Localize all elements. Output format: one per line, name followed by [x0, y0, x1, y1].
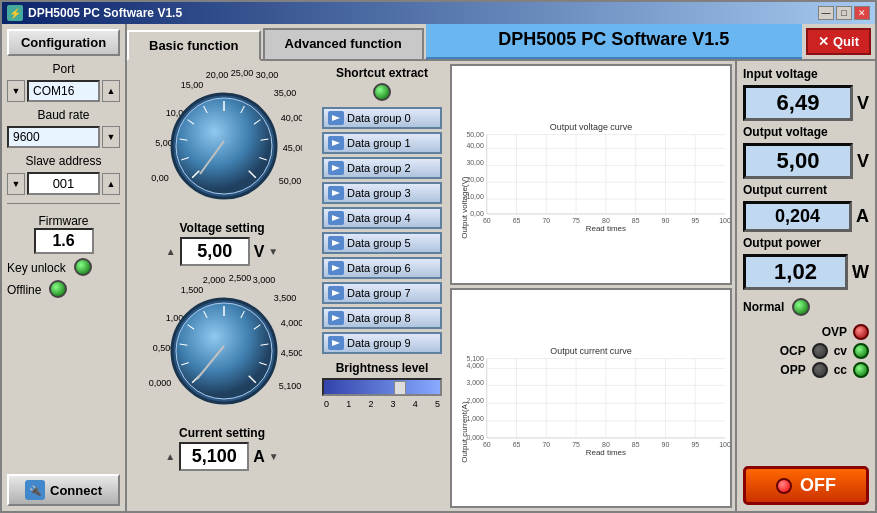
- firmware-value: 1.6: [34, 228, 94, 254]
- port-down-button[interactable]: ▼: [7, 80, 25, 102]
- svg-text:85: 85: [632, 440, 640, 447]
- slave-down-button[interactable]: ▼: [7, 173, 25, 195]
- baud-spin[interactable]: ▼: [102, 126, 120, 148]
- brightness-scale: 0 1 2 3 4 5: [322, 399, 442, 409]
- svg-text:65: 65: [513, 440, 521, 447]
- ocp-led: [812, 343, 828, 359]
- cc-led: [853, 362, 869, 378]
- shortcut-btn-9[interactable]: Data group 9: [322, 332, 442, 354]
- voltage-knob-container: 20,00 25,00 30,00 15,00 35,00 10,00 40,0…: [142, 66, 302, 221]
- ovp-row: OVP: [743, 324, 869, 340]
- header-row: Basic function Advanced function DPH5005…: [127, 24, 875, 61]
- tab-advanced[interactable]: Advanced function: [263, 28, 424, 59]
- current-knob-svg: 2,000 2,500 3,000 1,500 3,500 1,000 4,00…: [142, 271, 302, 426]
- input-voltage-value: 6,49: [743, 85, 853, 121]
- svg-marker-53: [332, 190, 340, 196]
- maximize-button[interactable]: □: [836, 6, 852, 20]
- svg-text:0,00: 0,00: [151, 173, 169, 183]
- shortcut-btn-5[interactable]: Data group 5: [322, 232, 442, 254]
- svg-text:75: 75: [572, 217, 580, 224]
- svg-text:40,00: 40,00: [466, 142, 484, 149]
- brightness-section: Brightness level 0 1 2 3 4 5: [322, 361, 442, 409]
- voltage-value-display[interactable]: 5,00: [180, 237, 250, 266]
- configuration-button[interactable]: Configuration: [7, 29, 120, 56]
- svg-text:95: 95: [691, 217, 699, 224]
- port-up-button[interactable]: ▲: [102, 80, 120, 102]
- connect-button[interactable]: 🔌 Connect: [7, 474, 120, 506]
- svg-text:40,00: 40,00: [281, 113, 302, 123]
- svg-text:50,00: 50,00: [466, 131, 484, 138]
- shortcut-btn-1[interactable]: Data group 1: [322, 132, 442, 154]
- shortcut-label-4: Data group 4: [347, 212, 411, 224]
- shortcut-btn-6[interactable]: Data group 6: [322, 257, 442, 279]
- brightness-label: Brightness level: [322, 361, 442, 375]
- shortcut-btn-4[interactable]: Data group 4: [322, 207, 442, 229]
- right-panel: Input voltage 6,49 V Output voltage 5,00…: [735, 61, 875, 511]
- svg-marker-56: [332, 265, 340, 271]
- slave-label: Slave address: [7, 154, 120, 168]
- svg-text:95: 95: [691, 440, 699, 447]
- svg-text:0,000: 0,000: [149, 378, 172, 388]
- shortcut-btn-0[interactable]: Data group 0: [322, 107, 442, 129]
- slave-up-button[interactable]: ▲: [102, 173, 120, 195]
- shortcut-status-led: [373, 83, 391, 101]
- shortcut-btn-2[interactable]: Data group 2: [322, 157, 442, 179]
- voltage-chart: Output voltage curve Output voltage(V) 0…: [450, 64, 732, 285]
- output-current-unit: A: [856, 206, 869, 227]
- svg-marker-50: [332, 115, 340, 121]
- shortcut-icon-6: [328, 261, 344, 275]
- shortcut-icon-7: [328, 286, 344, 300]
- shortcut-icon-5: [328, 236, 344, 250]
- key-unlock-led: [74, 258, 92, 276]
- firmware-section: Firmware 1.6: [7, 212, 120, 254]
- ocp-row: OCP cv: [743, 343, 869, 359]
- left-panel: Configuration Port ▼ COM16 ▲ Baud rate 9…: [2, 24, 127, 511]
- shortcut-btn-7[interactable]: Data group 7: [322, 282, 442, 304]
- output-power-row: 1,02 W: [743, 254, 869, 290]
- svg-text:1,000: 1,000: [466, 415, 484, 422]
- svg-text:Output current(A): Output current(A): [460, 401, 469, 463]
- current-chart-svg: Output current curve Output current(A) 0…: [452, 290, 730, 507]
- port-label: Port: [7, 62, 120, 76]
- off-button[interactable]: OFF: [743, 466, 869, 505]
- shortcut-btn-8[interactable]: Data group 8: [322, 307, 442, 329]
- svg-marker-51: [332, 140, 340, 146]
- svg-text:0,000: 0,000: [466, 433, 484, 440]
- svg-marker-58: [332, 315, 340, 321]
- app-title: DPH5005 PC Software V1.5: [426, 24, 802, 59]
- normal-row: Normal: [743, 298, 869, 316]
- svg-text:70: 70: [542, 217, 550, 224]
- close-button[interactable]: ✕: [854, 6, 870, 20]
- svg-text:2,500: 2,500: [229, 273, 252, 283]
- brightness-slider[interactable]: [322, 378, 442, 396]
- baud-dropdown[interactable]: 9600: [7, 126, 100, 148]
- svg-rect-60: [452, 120, 730, 229]
- slave-row: ▼ 001 ▲: [7, 172, 120, 195]
- svg-text:Output current curve: Output current curve: [550, 345, 631, 355]
- svg-text:Output voltage(V): Output voltage(V): [460, 176, 469, 239]
- svg-marker-55: [332, 240, 340, 246]
- center-panel: Basic function Advanced function DPH5005…: [127, 24, 875, 511]
- firmware-label: Firmware: [39, 214, 89, 228]
- svg-text:90: 90: [662, 217, 670, 224]
- current-value-display[interactable]: 5,100: [179, 442, 249, 471]
- brightness-thumb[interactable]: [394, 381, 406, 395]
- slave-value: 001: [27, 172, 100, 195]
- output-power-label: Output power: [743, 236, 869, 250]
- svg-text:Output voltage curve: Output voltage curve: [550, 122, 632, 132]
- minimize-button[interactable]: —: [818, 6, 834, 20]
- output-voltage-value: 5,00: [743, 143, 853, 179]
- svg-marker-57: [332, 290, 340, 296]
- svg-text:2,000: 2,000: [466, 397, 484, 404]
- window-controls: — □ ✕: [818, 6, 870, 20]
- port-dropdown[interactable]: COM16: [27, 80, 100, 102]
- tab-basic[interactable]: Basic function: [127, 30, 261, 61]
- input-voltage-row: 6,49 V: [743, 85, 869, 121]
- output-current-row: 0,204 A: [743, 201, 869, 232]
- shortcut-icon-2: [328, 161, 344, 175]
- shortcut-btn-3[interactable]: Data group 3: [322, 182, 442, 204]
- quit-button[interactable]: ✕ Quit: [806, 28, 871, 55]
- svg-text:3,000: 3,000: [253, 275, 276, 285]
- svg-point-37: [176, 303, 272, 399]
- svg-text:45,00: 45,00: [283, 143, 302, 153]
